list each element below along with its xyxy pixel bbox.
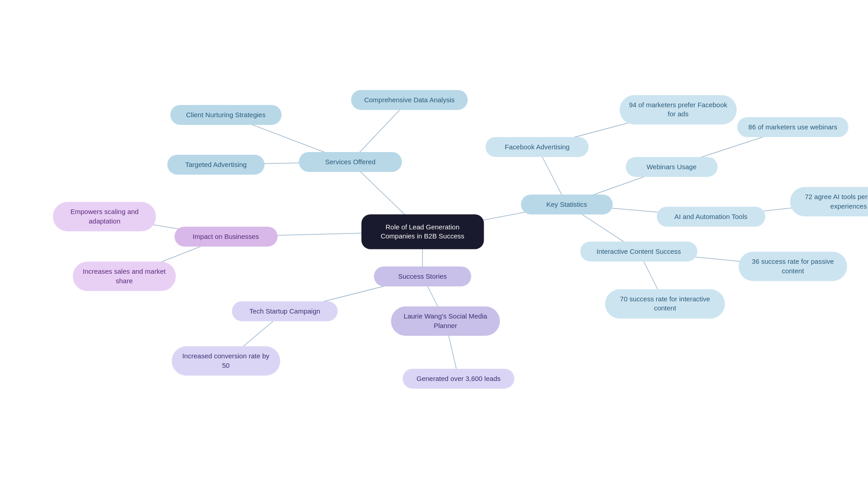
node-label-targeted_advertising: Targeted Advertising <box>185 160 247 169</box>
node-label-webinars_usage: Webinars Usage <box>646 162 697 171</box>
node-marketers_webinars: 86 of marketers use webinars <box>737 117 849 137</box>
node-impact_on_businesses: Impact on Businesses <box>175 227 278 247</box>
node-label-comprehensive_data: Comprehensive Data Analysis <box>364 95 454 104</box>
node-ai_automation: AI and Automation Tools <box>656 207 765 227</box>
node-label-impact_on_businesses: Impact on Businesses <box>193 232 259 241</box>
node-targeted_advertising: Targeted Advertising <box>167 154 265 174</box>
node-label-increases_sales: Increases sales and market share <box>82 267 167 286</box>
node-label-success_stories: Success Stories <box>398 272 447 281</box>
node-webinars_usage: Webinars Usage <box>626 157 717 177</box>
node-label-generated_leads: Generated over 3,600 leads <box>416 374 500 383</box>
node-label-center: Role of Lead Generation Companies in B2B… <box>371 223 474 241</box>
node-label-laurie_wang: Laurie Wang's Social Media Planner <box>400 312 491 331</box>
node-label-key_statistics: Key Statistics <box>546 200 587 209</box>
node-label-ai_personalize: 72 agree AI tools personalize experience… <box>799 193 868 211</box>
node-label-increased_conversion: Increased conversion rate by 50 <box>180 352 271 371</box>
node-tech_startup: Tech Startup Campaign <box>232 301 338 321</box>
node-services_offered: Services Offered <box>299 152 402 172</box>
node-label-success_passive: 36 success rate for passive content <box>748 257 838 276</box>
node-label-empowers_scaling: Empowers scaling and adaptation <box>62 208 147 226</box>
node-center: Role of Lead Generation Companies in B2B… <box>361 214 484 249</box>
node-increases_sales: Increases sales and market share <box>73 262 176 291</box>
node-label-success_interactive: 70 success rate for interactive content <box>614 295 716 313</box>
node-label-client_nurturing: Client Nurturing Strategies <box>186 110 266 119</box>
node-label-tech_startup: Tech Startup Campaign <box>250 307 321 316</box>
node-increased_conversion: Increased conversion rate by 50 <box>171 346 280 376</box>
node-empowers_scaling: Empowers scaling and adaptation <box>53 202 156 231</box>
node-label-facebook_advertising: Facebook Advertising <box>505 143 570 152</box>
node-key_statistics: Key Statistics <box>521 194 613 214</box>
node-label-ai_automation: AI and Automation Tools <box>675 212 748 221</box>
node-label-marketers_webinars: 86 of marketers use webinars <box>748 123 837 132</box>
node-comprehensive_data: Comprehensive Data Analysis <box>351 90 468 109</box>
node-label-marketers_facebook: 94 of marketers prefer Facebook for ads <box>629 100 728 119</box>
node-success_passive: 36 success rate for passive content <box>739 252 847 281</box>
node-laurie_wang: Laurie Wang's Social Media Planner <box>391 306 500 336</box>
node-client_nurturing: Client Nurturing Strategies <box>170 105 282 124</box>
node-success_interactive: 70 success rate for interactive content <box>605 289 725 319</box>
node-marketers_facebook: 94 of marketers prefer Facebook for ads <box>620 95 737 124</box>
node-facebook_advertising: Facebook Advertising <box>486 137 589 157</box>
node-label-interactive_content: Interactive Content Success <box>597 247 681 256</box>
node-generated_leads: Generated over 3,600 leads <box>403 368 514 388</box>
node-ai_personalize: 72 agree AI tools personalize experience… <box>790 187 868 216</box>
mindmap-container: Role of Lead Generation Companies in B2B… <box>0 0 868 490</box>
node-interactive_content: Interactive Content Success <box>580 242 698 262</box>
node-label-services_offered: Services Offered <box>325 157 375 167</box>
node-success_stories: Success Stories <box>374 266 472 286</box>
